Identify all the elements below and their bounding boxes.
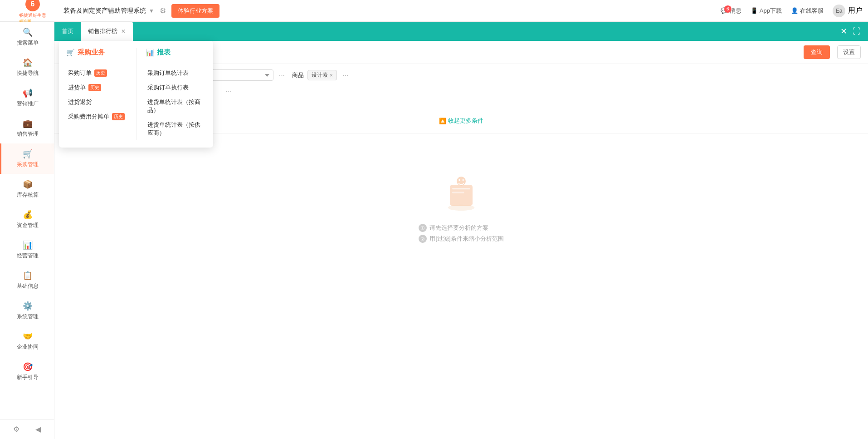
logo-area: 6 畅捷通好生意 标准版 bbox=[5, 0, 60, 25]
user-label: 用户 bbox=[848, 6, 863, 15]
app-download-label: App下载 bbox=[760, 7, 782, 15]
status-dots[interactable]: ··· bbox=[279, 71, 285, 79]
marketing-icon: 📢 bbox=[23, 88, 33, 98]
tab-close-action[interactable]: ✕ bbox=[840, 26, 847, 36]
settings-button[interactable]: 设置 bbox=[837, 45, 861, 59]
basic-icon: 📋 bbox=[23, 271, 33, 281]
order-stat-label: 采购订单统计表 bbox=[147, 69, 189, 77]
empty-hint-1: ① 请先选择要分析的方案 bbox=[419, 222, 503, 233]
stock-by-supplier-label: 进货单统计表（按供应商） bbox=[147, 121, 205, 137]
goods-chip: 设计素 × bbox=[307, 70, 337, 80]
stock-in-label: 进货单 bbox=[68, 84, 86, 92]
industry-button[interactable]: 体验行业方案 bbox=[171, 4, 219, 18]
sidebar-label-basic: 基础信息 bbox=[17, 282, 39, 290]
sidebar-label-quick: 快捷导航 bbox=[17, 69, 39, 77]
tab-expand-action[interactable]: ⛶ bbox=[853, 27, 861, 36]
sidebar-label-cooperation: 企业协同 bbox=[17, 343, 39, 351]
settings-icon[interactable]: ⚙ bbox=[13, 425, 20, 434]
sidebar-item-search[interactable]: 🔍 搜索菜单 bbox=[0, 22, 54, 52]
query-button[interactable]: 查询 bbox=[804, 45, 830, 59]
sidebar-item-sales[interactable]: 💼 销售管理 bbox=[0, 113, 54, 143]
message-action[interactable]: 💬 6 消息 bbox=[721, 7, 741, 15]
online-service-action[interactable]: 👤 在线客服 bbox=[791, 7, 824, 15]
purchase-title-icon: 🛒 bbox=[66, 49, 75, 57]
salesperson-dots[interactable]: ··· bbox=[225, 87, 231, 95]
goods-dots[interactable]: ··· bbox=[342, 71, 348, 79]
empty-hints: ① 请先选择要分析的方案 ② 用[过滤]条件来缩小分析范围 bbox=[419, 222, 503, 244]
order-execute-label: 采购订单执行表 bbox=[147, 84, 189, 92]
sidebar-item-marketing[interactable]: 📢 营销推广 bbox=[0, 83, 54, 113]
collapse-up-icon: 🔼 bbox=[439, 118, 446, 124]
history-badge-0: 历史 bbox=[94, 69, 107, 77]
menu-item-order-stat[interactable]: 采购订单统计表 bbox=[146, 66, 206, 80]
system-title-area: 装备及固定资产辅助管理系统 ▼ ⚙ 体验行业方案 bbox=[60, 4, 219, 18]
sidebar-item-finance[interactable]: 💰 资金管理 bbox=[0, 204, 54, 235]
stock-by-goods-label: 进货单统计表（按商品） bbox=[147, 98, 205, 114]
title-dropdown-icon[interactable]: ▼ bbox=[149, 8, 154, 14]
report-title-text: 报表 bbox=[157, 48, 171, 57]
sidebar-item-system[interactable]: ⚙️ 系统管理 bbox=[0, 296, 54, 326]
finance-icon: 💰 bbox=[23, 210, 33, 220]
menu-divider bbox=[136, 48, 137, 140]
goods-label: 商品 bbox=[292, 71, 304, 79]
sidebar-label-purchase: 采购管理 bbox=[17, 161, 39, 168]
empty-state: ① 请先选择要分析的方案 ② 用[过滤]条件来缩小分析范围 bbox=[54, 133, 868, 281]
empty-illustration bbox=[439, 170, 484, 215]
sidebar-item-purchase[interactable]: 🛒 采购管理 bbox=[0, 143, 54, 174]
goods-chip-close[interactable]: × bbox=[330, 72, 333, 79]
sidebar-item-inventory[interactable]: 📦 库存核算 bbox=[0, 174, 54, 204]
purchase-icon: 🛒 bbox=[23, 149, 33, 159]
sidebar-item-basic[interactable]: 📋 基础信息 bbox=[0, 265, 54, 296]
sidebar-label-search: 搜索菜单 bbox=[17, 39, 39, 47]
return-goods-label: 进货退货 bbox=[68, 98, 92, 106]
svg-point-5 bbox=[458, 179, 460, 181]
app-download-action[interactable]: 📱 App下载 bbox=[751, 7, 782, 15]
gear-icon[interactable]: ⚙ bbox=[160, 6, 166, 15]
inventory-icon: 📦 bbox=[23, 179, 33, 189]
menu-item-expense[interactable]: 采购费用分摊单 历史 bbox=[66, 109, 127, 124]
sidebar-label-operation: 经营管理 bbox=[17, 252, 39, 260]
header-right: 💬 6 消息 📱 App下载 👤 在线客服 Ea 用户 bbox=[721, 5, 863, 17]
history-badge-1: 历史 bbox=[88, 84, 101, 91]
purchase-order-label: 采购订单 bbox=[68, 69, 92, 77]
sidebar-label-inventory: 库存核算 bbox=[17, 191, 39, 199]
online-service-label: 在线客服 bbox=[800, 7, 824, 15]
tab-actions: ✕ ⛶ bbox=[840, 26, 868, 36]
sidebar-item-operation[interactable]: 📊 经营管理 bbox=[0, 235, 54, 265]
collapse-icon[interactable]: ◀ bbox=[35, 425, 41, 434]
sidebar-item-quick[interactable]: 🏠 快捷导航 bbox=[0, 52, 54, 83]
tab-bar: 首页 销售排行榜 ✕ ✕ ⛶ bbox=[54, 22, 868, 41]
purchase-menu-column: 🛒 采购业务 采购订单 历史 进货单 历史 进货退货 采购费用分摊单 历史 bbox=[66, 48, 127, 140]
sidebar: 🔍 搜索菜单 🏠 快捷导航 📢 营销推广 💼 销售管理 🛒 采购管理 📦 库存核… bbox=[0, 22, 54, 439]
empty-hint-2: ② 用[过滤]条件来缩小分析范围 bbox=[419, 233, 503, 244]
tab-sales-rank[interactable]: 销售排行榜 ✕ bbox=[81, 22, 133, 41]
tab-sales-rank-label: 销售排行榜 bbox=[88, 27, 117, 35]
guide-icon: 🎯 bbox=[23, 362, 33, 372]
menu-item-return-goods[interactable]: 进货退货 bbox=[66, 95, 127, 109]
menu-item-stock-by-supplier[interactable]: 进货单统计表（按供应商） bbox=[146, 118, 206, 140]
sidebar-label-system: 系统管理 bbox=[17, 313, 39, 321]
status-select[interactable] bbox=[210, 69, 273, 81]
svg-rect-2 bbox=[452, 188, 470, 189]
goods-filter: 商品 设计素 × ··· bbox=[292, 70, 348, 80]
report-column-title: 📊 报表 bbox=[146, 48, 206, 60]
tab-home[interactable]: 首页 bbox=[54, 22, 81, 41]
svg-rect-3 bbox=[452, 192, 464, 193]
hint-num-2: ② bbox=[419, 235, 427, 243]
sidebar-item-cooperation[interactable]: 🤝 企业协同 bbox=[0, 326, 54, 356]
sidebar-item-guide[interactable]: 🎯 新手引导 bbox=[0, 356, 54, 387]
user-area[interactable]: Ea 用户 bbox=[833, 5, 863, 17]
system-icon: ⚙️ bbox=[23, 301, 33, 311]
menu-item-purchase-order[interactable]: 采购订单 历史 bbox=[66, 66, 127, 80]
home-icon: 🏠 bbox=[23, 58, 33, 68]
svg-point-6 bbox=[463, 179, 464, 181]
top-header: 6 畅捷通好生意 标准版 装备及固定资产辅助管理系统 ▼ ⚙ 体验行业方案 💬 … bbox=[0, 0, 868, 22]
logo-icon: 6 bbox=[25, 0, 40, 11]
menu-item-stock-by-goods[interactable]: 进货单统计表（按商品） bbox=[146, 95, 206, 118]
menu-item-stock-in[interactable]: 进货单 历史 bbox=[66, 80, 127, 95]
menu-item-order-execute[interactable]: 采购订单执行表 bbox=[146, 80, 206, 95]
tab-close-icon[interactable]: ✕ bbox=[121, 28, 126, 35]
sidebar-label-marketing: 营销推广 bbox=[17, 100, 39, 108]
expense-label: 采购费用分摊单 bbox=[68, 113, 109, 121]
sidebar-bottom: ⚙ ◀ bbox=[0, 419, 54, 439]
